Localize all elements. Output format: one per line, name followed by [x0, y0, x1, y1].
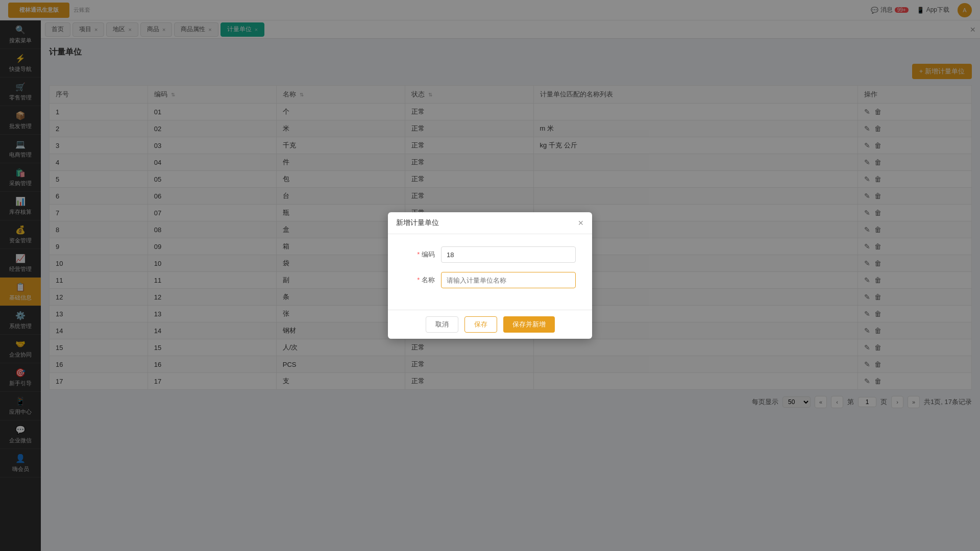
modal-title: 新增计量单位 — [396, 218, 439, 228]
form-row-name: 名称 — [404, 272, 576, 288]
code-input[interactable] — [441, 246, 576, 263]
modal-close-btn[interactable]: ✕ — [578, 219, 584, 227]
name-label: 名称 — [404, 276, 435, 285]
save-new-button[interactable]: 保存并新增 — [503, 316, 555, 333]
modal-header: 新增计量单位 ✕ — [388, 212, 592, 234]
modal-body: 编码 名称 — [388, 234, 592, 310]
save-button[interactable]: 保存 — [464, 316, 497, 333]
cancel-button[interactable]: 取消 — [426, 316, 458, 333]
modal: 新增计量单位 ✕ 编码 名称 取消 保存 保存并新增 — [388, 212, 592, 339]
name-input[interactable] — [441, 272, 576, 288]
modal-overlay[interactable]: 新增计量单位 ✕ 编码 名称 取消 保存 保存并新增 — [0, 0, 980, 551]
form-row-code: 编码 — [404, 246, 576, 263]
modal-footer: 取消 保存 保存并新增 — [388, 310, 592, 339]
code-label: 编码 — [404, 250, 435, 259]
